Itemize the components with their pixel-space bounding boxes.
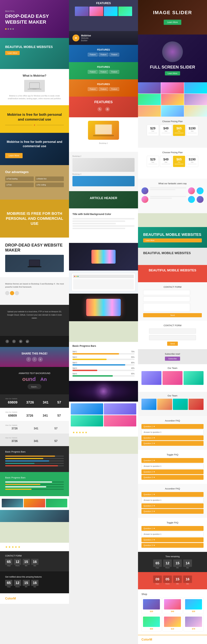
- timer-r-label-05: Hours: [163, 583, 172, 585]
- price-card-65-featured[interactable]: $65 /mo: [173, 125, 185, 136]
- toggle-item-4[interactable]: Question 3 ▼: [142, 475, 204, 480]
- share-page-section: SHARE THIS PAGE! f t g: [0, 347, 69, 367]
- gallery-mid-grid: [71, 403, 136, 426]
- contact-box-15: 15: [22, 559, 30, 565]
- shop-item-5[interactable]: $19: [162, 615, 182, 632]
- timer-boxes-red: 09 Days 05 Hours 15 Min 16 Sec: [142, 576, 204, 585]
- animated-text-input: Search...: [28, 384, 42, 389]
- gallery-thumb-forest: [46, 499, 67, 507]
- price-card-49-2[interactable]: $49 /mo: [160, 156, 172, 167]
- price-line-190-2: [188, 164, 197, 164]
- cf-input-message-1[interactable]: [143, 303, 190, 312]
- price-period-49: /mo: [162, 130, 170, 132]
- shop-item-4[interactable]: $59: [142, 615, 162, 632]
- price-card-65-2[interactable]: $65 /mo: [173, 156, 185, 167]
- stat-l-1: 3726: [12, 427, 18, 430]
- price-period-29-2: /mo: [148, 161, 157, 163]
- preview-dot-green: [78, 276, 78, 277]
- stat-w-4: 57: [57, 414, 61, 418]
- galaxy-bg: [69, 381, 138, 402]
- faq-item-a2-4[interactable]: Question 3 ▼: [142, 509, 204, 514]
- free-use-blue-btn[interactable]: Learn More: [5, 153, 22, 158]
- contact-box-65: 65: [5, 559, 12, 565]
- gallery-full-section: [0, 510, 69, 522]
- cf-input-email-1[interactable]: [143, 296, 190, 302]
- faq-item-a2-1[interactable]: Question 1 ▼: [142, 492, 204, 497]
- testi-line-2: [150, 189, 176, 190]
- shop-img-1: [143, 599, 160, 610]
- testi-avatar-2: [188, 187, 195, 194]
- pg-item-8: [161, 106, 184, 116]
- features-blue-section: Features Feature Feature Feature: [69, 45, 138, 62]
- pricing-section-2: Choose Pricing Plan $29 /mo $49 /mo $65 …: [138, 148, 207, 179]
- rating-star-5: ★: [85, 431, 87, 434]
- price-card-29[interactable]: $29 /mo: [147, 125, 159, 136]
- shop-item-3[interactable]: $39: [184, 598, 204, 614]
- contact-num-16: 16 Sec: [31, 559, 38, 566]
- toggle-item-3[interactable]: Question 2 ▼: [142, 470, 204, 474]
- faq-item-3[interactable]: Question 2 ▼: [142, 436, 204, 440]
- shop-price-3: $39: [185, 610, 202, 612]
- gallery-grid: [2, 499, 67, 507]
- faq-item-1[interactable]: Question 1 ▼: [142, 424, 204, 429]
- price-period-190-2: /mo: [188, 161, 197, 163]
- bmw-gray-title: BEAUTIFUL MOBILE WEBSITES: [143, 251, 202, 255]
- faq-item-a2-3[interactable]: Question 2 ▼: [142, 504, 204, 508]
- testi-avatar-1: [142, 187, 148, 194]
- hero-teal-btn[interactable]: Learn More: [5, 51, 20, 55]
- pg-item-5: [161, 94, 184, 105]
- stat-item-2: 3726: [26, 400, 34, 404]
- share-fb-icon[interactable]: f: [26, 357, 31, 362]
- get-notified-section: Get notified about this amazing features…: [0, 571, 69, 593]
- price-card-190-2[interactable]: $190 /mo: [186, 156, 198, 167]
- svg-text:✎: ✎: [99, 108, 101, 110]
- cf-input-name-1[interactable]: [143, 290, 190, 295]
- progress-mid-section: Skill 175% Skill 255% Skill 385% Skill 4…: [69, 348, 138, 381]
- pbar-bg-5: [5, 465, 64, 466]
- image-slider-btn[interactable]: Learn More: [164, 20, 181, 25]
- price-card-29-2[interactable]: $29 /mo: [147, 156, 159, 167]
- cf-btn-send-1[interactable]: Send: [143, 313, 202, 317]
- stat-l-3: 57: [54, 427, 58, 430]
- stats-dark-1: View Our Statistic 69809 3726 341 57: [0, 394, 69, 408]
- progress-bars-title-section: Basic Progress Bars: [69, 342, 138, 348]
- theme-icon-2: [10, 291, 14, 295]
- svg-text:t: t: [14, 340, 14, 342]
- rating-star-2: ★: [76, 431, 78, 434]
- contact-form-r-title-2: CONTACT FORM: [143, 324, 202, 327]
- toggle-item-2-3[interactable]: Question 2 ▼: [142, 538, 204, 542]
- star-3: ★: [12, 546, 14, 548]
- bmw-teal-btn[interactable]: Learn More: [143, 238, 202, 242]
- price-card-49[interactable]: $49 /mo: [160, 125, 172, 136]
- features-blue-pills: Feature Feature Feature: [72, 53, 134, 56]
- shop-item-6[interactable]: $79: [184, 615, 204, 632]
- share-gplus-icon[interactable]: g: [38, 357, 43, 362]
- pg-pbar-4: [5, 489, 64, 490]
- faq-item-4[interactable]: Question 3 ▼: [142, 441, 204, 446]
- gn-label-16: Sec: [31, 586, 38, 588]
- timer-num-14: 14: [183, 560, 192, 567]
- price-card-190[interactable]: $190 /mo: [186, 125, 198, 136]
- full-screen-slider-btn[interactable]: Learn More: [165, 71, 180, 76]
- footer-icon-1: f: [5, 339, 9, 344]
- full-screen-slider-title: FULL SCREEN SLIDER: [150, 65, 195, 70]
- cf-input-name-2[interactable]: [149, 328, 196, 334]
- gn-box-12: 12: [14, 580, 21, 586]
- toggle-item-1[interactable]: Question 1 ▼: [142, 458, 204, 463]
- share-twitter-icon[interactable]: t: [32, 357, 37, 362]
- shop-item-2[interactable]: $49: [162, 598, 182, 614]
- center-dot: [34, 124, 35, 126]
- pm-bg-4: [72, 370, 134, 371]
- shop-item-1[interactable]: $29: [142, 598, 162, 614]
- cf-input-email-2[interactable]: [149, 335, 196, 340]
- testimonials-title: What our fantastic users say: [142, 182, 204, 185]
- free-use-yellow-section: Mobirise is free for both personal and c…: [0, 105, 69, 133]
- cf-btn-send-2[interactable]: Send: [167, 342, 178, 346]
- toggle-item-2-1[interactable]: Question 1 ▼: [142, 526, 204, 531]
- features-blue-title: Features: [72, 48, 134, 51]
- upload-website-text: Upload your website to a local drive, FT…: [5, 310, 64, 320]
- timer-num-65: 65: [153, 560, 162, 567]
- bootstrap-label-2: Bootstrap 2: [72, 155, 134, 157]
- subscribe-btn[interactable]: Subscribe: [165, 356, 180, 361]
- toggle-item-2-4[interactable]: Question 3 ▼: [142, 543, 204, 548]
